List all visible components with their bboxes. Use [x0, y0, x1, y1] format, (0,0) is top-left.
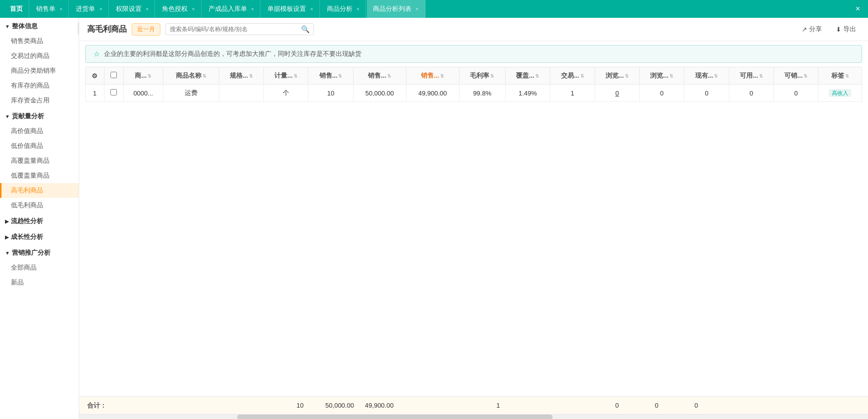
table-container: ⚙ 商...⇅ 商品名称⇅ 规格...⇅ 计量...⇅ 销售...⇅ 销售...…: [79, 67, 868, 396]
header-actions: ↗ 分享 ⬇ 导出: [798, 23, 860, 36]
cell-index: 1: [86, 85, 104, 102]
col-current-stock[interactable]: 现有...⇅: [684, 67, 729, 85]
tab-analysis-list[interactable]: 商品分析列表 ×: [367, 0, 425, 18]
table-row: 1 0000... 运费 个 10 50,000.00 49,900.00 99…: [86, 85, 862, 102]
sidebar-item-low-coverage[interactable]: 低覆盖量商品: [0, 168, 79, 183]
cell-code: 0000...: [123, 85, 163, 102]
sidebar-item-new-goods[interactable]: 新品: [0, 275, 79, 290]
cell-checkbox[interactable]: [104, 85, 123, 102]
col-transactions[interactable]: 交易...⇅: [550, 67, 595, 85]
tab-home[interactable]: 首页: [4, 0, 29, 18]
select-all-checkbox[interactable]: [110, 72, 117, 78]
col-available-stock[interactable]: 可用...⇅: [729, 67, 773, 85]
col-sales-net[interactable]: 销售...⇅: [406, 67, 459, 85]
close-analysis-tab[interactable]: ×: [357, 6, 359, 12]
cell-available-stock: 0: [729, 85, 773, 102]
close-roles-tab[interactable]: ×: [192, 6, 195, 12]
col-views2[interactable]: 浏览...⇅: [640, 67, 684, 85]
tab-analysis[interactable]: 商品分析 ×: [321, 0, 366, 18]
share-icon: ↗: [802, 26, 807, 33]
cell-coverage: 1.49%: [506, 85, 550, 102]
col-code[interactable]: 商...⇅: [123, 67, 163, 85]
search-icon[interactable]: 🔍: [301, 25, 309, 33]
col-name[interactable]: 商品名称⇅: [163, 67, 219, 85]
filter-period-button[interactable]: 近一月: [132, 23, 160, 36]
col-spec[interactable]: 规格...⇅: [219, 67, 263, 85]
footer-sales-count: 10: [280, 402, 320, 409]
close-templates-tab[interactable]: ×: [310, 6, 313, 12]
footer-code: [122, 402, 161, 409]
export-icon: ⬇: [836, 26, 841, 33]
sidebar-group-trend[interactable]: ▶ 流趋性分析: [0, 213, 79, 229]
tab-templates[interactable]: 单据模板设置 ×: [261, 0, 319, 18]
tab-roles[interactable]: 角色授权 ×: [156, 0, 201, 18]
close-window-button[interactable]: ×: [852, 4, 864, 13]
footer-available-stock: 0: [637, 402, 676, 409]
collapse-arrow-icon: 《: [78, 24, 80, 33]
sidebar-item-high-coverage[interactable]: 高覆盖量商品: [0, 153, 79, 168]
sidebar-item-in-stock-goods[interactable]: 有库存的商品: [0, 78, 79, 93]
footer-sales-amount: 50,000.00: [320, 402, 359, 409]
info-icon: ☆: [94, 50, 100, 58]
sidebar-group-contribution[interactable]: ▼ 贡献量分析: [0, 108, 79, 124]
col-sales-amount[interactable]: 销售...⇅: [353, 67, 406, 85]
sidebar-item-category-sales-rate[interactable]: 商品分类助销率: [0, 63, 79, 78]
close-analysis-list-tab[interactable]: ×: [415, 6, 418, 12]
close-sales-tab[interactable]: ×: [59, 6, 62, 12]
horizontal-scrollbar[interactable]: [79, 414, 868, 419]
col-views1[interactable]: 浏览...⇅: [595, 67, 639, 85]
sidebar-item-sales-goods[interactable]: 销售类商品: [0, 34, 79, 48]
col-settings[interactable]: ⚙: [86, 67, 104, 85]
col-unit[interactable]: 计量...⇅: [264, 67, 308, 85]
contribution-group-label: 贡献量分析: [12, 112, 44, 121]
sidebar-collapse-button[interactable]: 《: [78, 23, 79, 35]
export-button[interactable]: ⬇ 导出: [832, 23, 860, 36]
page-title: 高毛利商品: [87, 24, 127, 35]
data-table: ⚙ 商...⇅ 商品名称⇅ 规格...⇅ 计量...⇅ 销售...⇅ 销售...…: [85, 67, 862, 102]
tab-sales[interactable]: 销售单 ×: [30, 0, 69, 18]
sidebar-item-stock-capital[interactable]: 库存资金占用: [0, 93, 79, 108]
close-purchase-tab[interactable]: ×: [99, 6, 102, 12]
col-sales-count[interactable]: 销售...⇅: [308, 67, 353, 85]
content-area: 高毛利商品 近一月 🔍 ↗ 分享 ⬇ 导出 ☆ 企业的主要的利润都是这部分商品创…: [79, 18, 868, 419]
sidebar-item-high-margin[interactable]: 高毛利商品: [0, 183, 79, 198]
cell-sales-count: 10: [308, 85, 353, 102]
col-saleable[interactable]: 可销...⇅: [773, 67, 818, 85]
tab-sales-label: 销售单: [36, 4, 55, 13]
col-checkbox[interactable]: [104, 67, 123, 85]
tab-permissions[interactable]: 权限设置 ×: [110, 0, 155, 18]
footer-transactions: 1: [478, 402, 518, 409]
col-coverage[interactable]: 覆盖...⇅: [506, 67, 550, 85]
col-gross-margin[interactable]: 毛利率⇅: [459, 67, 506, 85]
sidebar-item-high-value[interactable]: 高价值商品: [0, 124, 79, 139]
tab-home-label: 首页: [10, 4, 23, 13]
tab-finished-goods[interactable]: 产成品入库单 ×: [203, 0, 260, 18]
footer-coverage: [439, 402, 478, 409]
contribution-group-arrow: ▼: [5, 114, 10, 119]
share-button[interactable]: ↗ 分享: [798, 23, 826, 36]
sidebar-item-low-value[interactable]: 低价值商品: [0, 139, 79, 153]
tab-purchase[interactable]: 进货单 ×: [70, 0, 108, 18]
sidebar-group-marketing[interactable]: ▼ 营销推广分析: [0, 244, 79, 260]
sidebar-item-traded-goods[interactable]: 交易过的商品: [0, 48, 79, 63]
content-header: 高毛利商品 近一月 🔍 ↗ 分享 ⬇ 导出: [79, 18, 868, 41]
row-checkbox[interactable]: [110, 89, 117, 95]
trend-group-arrow: ▶: [5, 219, 9, 224]
footer-views2: [558, 402, 597, 409]
tab-finished-goods-label: 产成品入库单: [208, 4, 247, 13]
search-box: 🔍: [165, 23, 314, 35]
topbar: 首页 销售单 × 进货单 × 权限设置 × 角色授权 × 产成品入库单 × 单据…: [0, 0, 868, 18]
cell-views1[interactable]: 0: [595, 85, 639, 102]
sidebar-item-low-margin[interactable]: 低毛利商品: [0, 198, 79, 213]
cell-spec: [219, 85, 263, 102]
close-finished-goods-tab[interactable]: ×: [251, 6, 254, 12]
sidebar-group-overall[interactable]: ▼ 整体信息: [0, 18, 79, 34]
close-permissions-tab[interactable]: ×: [146, 6, 149, 12]
sidebar-group-growth[interactable]: ▶ 成长性分析: [0, 229, 79, 244]
search-input[interactable]: [170, 26, 298, 33]
sidebar-item-all-goods[interactable]: 全部商品: [0, 260, 79, 275]
marketing-group-arrow: ▼: [5, 250, 10, 256]
col-tag[interactable]: 标签⇅: [818, 67, 862, 85]
scrollbar-thumb[interactable]: [237, 415, 553, 419]
tab-purchase-label: 进货单: [76, 4, 95, 13]
